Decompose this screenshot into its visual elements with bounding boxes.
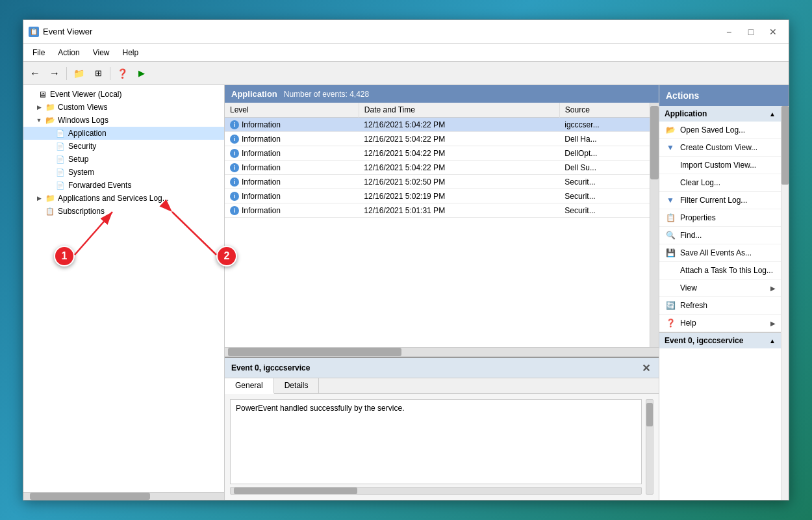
minimize-button[interactable]: − — [718, 23, 739, 41]
events-section: Application Number of events: 4,428 Leve… — [225, 85, 659, 357]
open-log-button[interactable]: 📁 — [70, 65, 88, 82]
actions-section1-arrow: ▲ — [769, 110, 776, 118]
action-save-all-events[interactable]: 💾 Save All Events As... — [659, 244, 781, 262]
actions-list: Application ▲ 📂 Open Saved Log... ▼ Crea… — [659, 106, 781, 500]
action-create-custom-view[interactable]: ▼ Create Custom View... — [659, 139, 781, 157]
action-view[interactable]: View ▶ — [659, 280, 781, 297]
events-count: Number of events: 4,428 — [284, 90, 369, 99]
action-help[interactable]: ❓ Help ▶ — [659, 315, 781, 332]
tree-content: 🖥 Event Viewer (Local) ▶ 📁 Custom Views … — [23, 85, 224, 492]
detail-body: PowerEvent handled successfully by the s… — [225, 394, 659, 500]
action-properties[interactable]: 📋 Properties — [659, 209, 781, 227]
col-datetime[interactable]: Date and Time — [359, 103, 559, 118]
action-find[interactable]: 🔍 Find... — [659, 227, 781, 244]
tree-root-label: Event Viewer (Local) — [50, 90, 122, 99]
detail-tab-general[interactable]: General — [225, 378, 274, 394]
table-row[interactable]: iInformation12/16/2021 5:04:22 PMigcccse… — [225, 118, 659, 132]
detail-hscrollbar[interactable] — [230, 487, 642, 495]
clear-log-icon — [665, 177, 676, 188]
center-panel: Application Number of events: 4,428 Leve… — [225, 85, 659, 500]
detail-scrollbar[interactable] — [646, 399, 653, 495]
forward-button[interactable]: → — [45, 65, 64, 82]
events-scrollbar-v[interactable] — [650, 103, 659, 347]
events-table-container: Level Date and Time Source iInformation1… — [225, 103, 659, 347]
action-filter-current-log[interactable]: ▼ Filter Current Log... — [659, 192, 781, 209]
action-clear-log[interactable]: Clear Log... — [659, 174, 781, 192]
app-services-label: Applications and Services Log... — [58, 194, 169, 203]
events-scrollbar-h[interactable] — [225, 347, 659, 356]
toolbar: ← → 📁 ⊞ ❓ ▶ — [23, 62, 789, 85]
detail-text-area: PowerEvent handled successfully by the s… — [230, 399, 642, 484]
events-header: Application Number of events: 4,428 — [225, 85, 659, 103]
back-button[interactable]: ← — [26, 65, 44, 82]
tree-scrollbar-thumb — [30, 493, 150, 500]
actions-right-scrollbar[interactable] — [781, 106, 789, 500]
tree-item-app-services[interactable]: ▶ 📁 Applications and Services Log... — [23, 192, 224, 205]
windows-logs-folder-icon: 📂 — [44, 115, 56, 125]
events-title: Application — [231, 89, 277, 99]
actions-section-2-title: Event 0, igcccservice ▲ — [659, 333, 781, 348]
action-import-custom-view[interactable]: Import Custom View... — [659, 157, 781, 174]
properties-icon: 📋 — [665, 213, 676, 223]
title-bar: 📋 Event Viewer − □ ✕ — [23, 20, 789, 44]
menu-action[interactable]: Action — [51, 46, 86, 60]
tree-scrollbar[interactable] — [23, 492, 224, 500]
tree-item-security[interactable]: 📄 Security — [23, 140, 224, 153]
col-source[interactable]: Source — [559, 103, 658, 118]
col-level[interactable]: Level — [225, 103, 359, 118]
detail-scrollbar-thumb — [646, 403, 653, 426]
actions-panel-inner: Application ▲ 📂 Open Saved Log... ▼ Crea… — [659, 106, 789, 500]
detail-tab-details[interactable]: Details — [274, 378, 320, 393]
view-button[interactable]: ⊞ — [89, 65, 107, 82]
custom-views-expand: ▶ — [34, 104, 44, 110]
tree-item-custom-views[interactable]: ▶ 📁 Custom Views — [23, 101, 224, 114]
table-row[interactable]: iInformation12/16/2021 5:02:19 PMSecurit… — [225, 189, 659, 203]
events-scrollbar-h-thumb — [228, 348, 401, 356]
actions-panel: Actions Application ▲ 📂 Open Saved Log..… — [659, 85, 789, 500]
toolbar-separator-1 — [66, 67, 67, 80]
table-row[interactable]: iInformation12/16/2021 5:04:22 PMDellOpt… — [225, 146, 659, 161]
tree-item-forwarded-events[interactable]: 📄 Forwarded Events — [23, 179, 224, 192]
setup-label: Setup — [68, 155, 88, 164]
tree-item-subscriptions[interactable]: 📋 Subscriptions — [23, 205, 224, 218]
table-row[interactable]: iInformation12/16/2021 5:01:31 PMSecurit… — [225, 203, 659, 218]
tree-item-system[interactable]: 📄 System — [23, 166, 224, 179]
tree-item-application[interactable]: 📄 Application — [23, 127, 224, 140]
detail-hscrollbar-thumb — [234, 488, 357, 494]
events-table: Level Date and Time Source iInformation1… — [225, 103, 659, 218]
run-button[interactable]: ▶ — [133, 65, 151, 82]
filter-current-log-icon: ▼ — [665, 195, 676, 205]
windows-logs-label: Windows Logs — [58, 116, 108, 125]
tree-item-setup[interactable]: 📄 Setup — [23, 153, 224, 166]
table-row[interactable]: iInformation12/16/2021 5:04:22 PMDell Su… — [225, 161, 659, 175]
menu-view[interactable]: View — [86, 46, 116, 60]
action-attach-task[interactable]: Attach a Task To this Log... — [659, 262, 781, 280]
events-tbody: iInformation12/16/2021 5:04:22 PMigcccse… — [225, 118, 659, 218]
close-button[interactable]: ✕ — [763, 23, 783, 41]
action-refresh[interactable]: 🔄 Refresh — [659, 297, 781, 315]
app-icon: 📋 — [29, 27, 39, 37]
detail-close-button[interactable]: ✕ — [639, 361, 652, 374]
window-controls: − □ ✕ — [718, 23, 783, 41]
action-open-saved-log[interactable]: 📂 Open Saved Log... — [659, 122, 781, 139]
setup-log-icon: 📄 — [55, 154, 66, 164]
open-saved-log-icon: 📂 — [665, 125, 676, 135]
help-action-arrow: ▶ — [770, 320, 776, 327]
maximize-button[interactable]: □ — [741, 23, 761, 41]
application-label: Application — [68, 129, 107, 138]
menu-help[interactable]: Help — [116, 46, 146, 60]
tree-item-windows-logs[interactable]: ▼ 📂 Windows Logs — [23, 114, 224, 127]
tree-root[interactable]: 🖥 Event Viewer (Local) — [23, 88, 224, 101]
menu-file[interactable]: File — [26, 46, 51, 60]
table-row[interactable]: iInformation12/16/2021 5:04:22 PMDell Ha… — [225, 132, 659, 146]
table-row[interactable]: iInformation12/16/2021 5:02:50 PMSecurit… — [225, 175, 659, 189]
custom-views-label: Custom Views — [58, 103, 107, 112]
system-log-icon: 📄 — [55, 167, 66, 177]
forwarded-log-icon: 📄 — [55, 180, 66, 190]
detail-tabs: General Details — [225, 378, 659, 394]
main-content: 🖥 Event Viewer (Local) ▶ 📁 Custom Views … — [23, 85, 789, 500]
toolbar-separator-2 — [110, 67, 110, 80]
help-toolbar-button[interactable]: ❓ — [113, 65, 131, 82]
actions-scrollbar-thumb — [781, 106, 789, 185]
create-custom-view-icon: ▼ — [665, 142, 676, 153]
